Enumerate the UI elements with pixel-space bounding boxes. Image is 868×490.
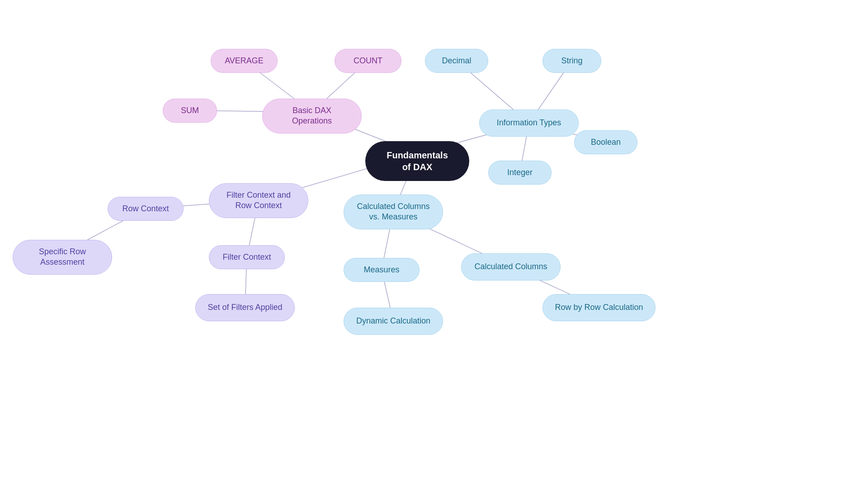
count-node[interactable]: COUNT [335,49,401,73]
info-types-node[interactable]: Information Types [479,109,579,137]
string-label: String [561,56,582,66]
set-filters-label: Set of Filters Applied [208,302,282,313]
basic-dax-node[interactable]: Basic DAX Operations [262,99,362,133]
specific-row-label: Specific Row Assessment [23,247,102,268]
calc-columns-label: Calculated Columns [474,262,547,272]
set-filters-node[interactable]: Set of Filters Applied [195,294,295,321]
basic-dax-label: Basic DAX Operations [273,105,351,127]
calc-cols-measures-label: Calculated Columns vs. Measures [354,201,433,223]
count-label: COUNT [354,56,382,66]
boolean-label: Boolean [591,137,621,147]
average-label: AVERAGE [225,56,264,66]
filter-context-row-node[interactable]: Filter Context and Row Context [209,183,308,218]
row-context-node[interactable]: Row Context [108,197,184,221]
filter-context-node[interactable]: Filter Context [209,245,285,269]
center-label: Fundamentals of DAX [382,149,453,173]
row-context-label: Row Context [122,204,169,214]
specific-row-node[interactable]: Specific Row Assessment [13,240,112,275]
integer-node[interactable]: Integer [488,161,552,185]
dynamic-calc-node[interactable]: Dynamic Calculation [344,308,443,335]
measures-node[interactable]: Measures [344,258,420,282]
calc-cols-measures-node[interactable]: Calculated Columns vs. Measures [344,195,443,229]
info-types-label: Information Types [497,118,561,128]
center-node[interactable]: Fundamentals of DAX [365,141,469,181]
row-by-row-label: Row by Row Calculation [555,302,643,313]
boolean-node[interactable]: Boolean [574,130,637,154]
filter-context-label: Filter Context [222,252,271,262]
sum-label: SUM [181,105,199,116]
dynamic-calc-label: Dynamic Calculation [356,316,430,326]
filter-context-row-label: Filter Context and Row Context [219,190,298,211]
measures-label: Measures [363,265,399,275]
decimal-label: Decimal [442,56,471,66]
average-node[interactable]: AVERAGE [211,49,278,73]
string-node[interactable]: String [542,49,601,73]
calc-columns-node[interactable]: Calculated Columns [461,253,561,281]
sum-node[interactable]: SUM [163,99,217,123]
integer-label: Integer [507,167,533,178]
decimal-node[interactable]: Decimal [425,49,488,73]
row-by-row-node[interactable]: Row by Row Calculation [542,294,656,321]
